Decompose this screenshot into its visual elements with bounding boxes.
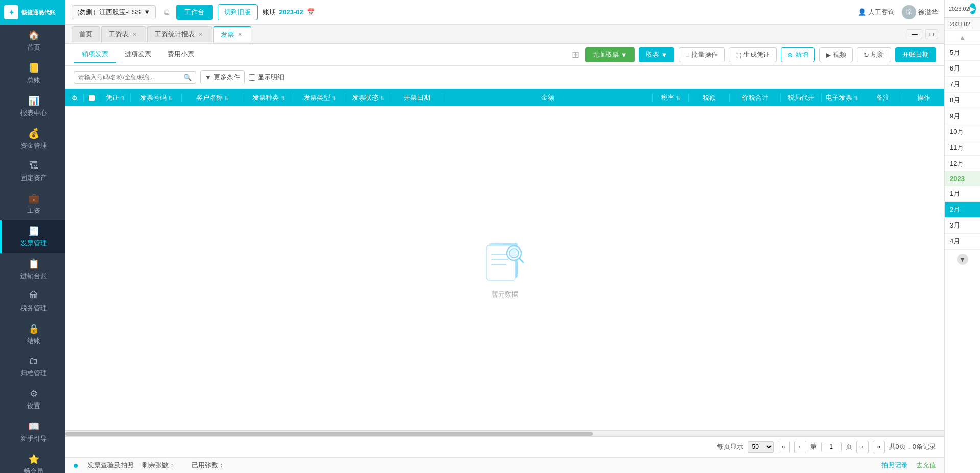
search-input[interactable] xyxy=(78,74,181,81)
filter-icon: ▼ xyxy=(205,74,212,81)
sidebar-item-guide[interactable]: 📖 新手引导 xyxy=(0,416,65,448)
horizontal-scrollbar[interactable] xyxy=(65,430,944,436)
sort-customer-icon[interactable]: ⇅ xyxy=(224,95,228,101)
sidebar-item-reports[interactable]: 📊 报表中心 xyxy=(0,90,65,123)
per-page-select[interactable]: 50 10 20 100 xyxy=(748,441,774,453)
sidebar-item-fixed-assets[interactable]: 🏗 固定资产 xyxy=(0,155,65,188)
sidebar-item-member[interactable]: ⭐ 畅会员 xyxy=(0,448,65,473)
date-item-arrow-up[interactable]: ▲ xyxy=(945,31,980,45)
first-page-button[interactable]: « xyxy=(778,441,790,453)
take-ticket-button[interactable]: 取票 ▼ xyxy=(639,47,675,62)
date-panel-collapse-icon[interactable]: ▶ xyxy=(969,3,976,14)
sort-invoice-type-icon[interactable]: ⇅ xyxy=(281,95,285,101)
sort-voucher-icon[interactable]: ⇅ xyxy=(121,95,125,101)
copy-icon[interactable]: ⧉ xyxy=(161,7,171,17)
sort-invoice-category-icon[interactable]: ⇅ xyxy=(332,95,336,101)
sidebar-item-invoice-mgmt[interactable]: 🧾 发票管理 xyxy=(0,220,65,253)
purchase-link[interactable]: 去充值 xyxy=(916,461,936,470)
sidebar-item-home[interactable]: 🏠 首页 xyxy=(0,25,65,57)
take-ticket-arrow-icon: ▼ xyxy=(661,51,668,59)
refresh-icon: ↻ xyxy=(864,51,869,59)
company-selector[interactable]: (勿删）江西股宝-LSS ▼ xyxy=(72,5,156,19)
tab-payroll-sheet-close[interactable]: ✕ xyxy=(131,31,138,38)
date-item-2023-1[interactable]: 1月 xyxy=(945,186,980,202)
sidebar-item-sales-ledger[interactable]: 📋 进销台账 xyxy=(0,253,65,286)
prev-page-button[interactable]: ‹ xyxy=(794,441,806,453)
gen-voucher-button[interactable]: ⬚ 生成凭证 xyxy=(729,47,777,62)
tab-payroll-stats-close[interactable]: ✕ xyxy=(197,31,204,38)
tab-payroll-sheet-label: 工资表 xyxy=(109,30,129,39)
date-item-2022-10[interactable]: 10月 xyxy=(945,124,980,140)
tab-payroll-sheet[interactable]: 工资表 ✕ xyxy=(101,26,146,42)
sidebar-item-tax-mgmt[interactable]: 🏛 税务管理 xyxy=(0,286,65,318)
date-item-2022-12[interactable]: 12月 xyxy=(945,156,980,172)
date-item-2022-7[interactable]: 7月 xyxy=(945,77,980,93)
sidebar-item-closing[interactable]: 🔒 结账 xyxy=(0,318,65,351)
date-item-2023-4[interactable]: 4月 xyxy=(945,234,980,250)
th-settings[interactable]: ⚙ xyxy=(65,94,84,102)
more-filter-button[interactable]: ▼ 更多条件 xyxy=(200,70,245,84)
search-box[interactable]: 🔍 xyxy=(74,71,196,84)
sidebar-item-settings[interactable]: ⚙ 设置 xyxy=(0,383,65,416)
date-item-2022-5[interactable]: 5月 xyxy=(945,45,980,61)
per-page-label: 每页显示 xyxy=(717,442,743,452)
sidebar-item-archive[interactable]: 🗂 归档管理 xyxy=(0,351,65,383)
date-panel-expand-icon[interactable]: ▼ xyxy=(957,254,968,265)
next-page-button[interactable]: › xyxy=(856,441,869,453)
avatar: 徐 xyxy=(902,5,916,19)
maximize-button[interactable]: □ xyxy=(925,29,938,39)
subtab-purchase-invoice[interactable]: 进项发票 xyxy=(116,47,159,63)
minimize-button[interactable]: — xyxy=(907,29,922,39)
tab-home[interactable]: 首页 xyxy=(72,26,100,42)
subtab-expense-receipt[interactable]: 费用小票 xyxy=(159,47,202,63)
th-e-invoice-label: 电子发票 xyxy=(826,93,852,102)
open-period-button[interactable]: 开账日期 xyxy=(895,47,936,62)
remaining-label: 剩余张数： xyxy=(142,461,175,470)
no-deduction-arrow-icon: ▼ xyxy=(621,51,627,59)
subtab-right-actions: ⊞ 无血取票 ▼ 取票 ▼ ≡ 批量操作 ⬚ 生成凭证 ⊕ xyxy=(571,44,936,65)
subtab-sales-invoice[interactable]: 销项发票 xyxy=(74,47,116,63)
grid-view-icon[interactable]: ⊞ xyxy=(571,50,581,60)
old-version-button[interactable]: 切到旧版 xyxy=(218,4,258,20)
sort-invoice-no-icon[interactable]: ⇅ xyxy=(168,95,172,101)
video-button[interactable]: ▶ 视频 xyxy=(819,47,853,62)
new-button[interactable]: ⊕ 新增 xyxy=(781,47,815,62)
sidebar-item-ledger[interactable]: 📒 总账 xyxy=(0,57,65,90)
show-detail-checkbox[interactable] xyxy=(249,74,255,81)
sort-e-invoice-icon[interactable]: ⇅ xyxy=(854,95,858,101)
tab-invoice-close[interactable]: ✕ xyxy=(236,31,244,38)
recharge-link[interactable]: 拍照记录 xyxy=(881,461,908,470)
user-profile[interactable]: 徐 徐溢华 xyxy=(902,5,938,19)
workbench-button[interactable]: 工作台 xyxy=(176,5,213,20)
show-detail-toggle[interactable]: 显示明细 xyxy=(249,73,284,82)
tab-payroll-stats[interactable]: 工资统计报表 ✕ xyxy=(147,26,212,42)
period-calendar-icon[interactable]: 📅 xyxy=(307,8,315,16)
sidebar-item-payroll[interactable]: 💼 工资 xyxy=(0,188,65,220)
date-item-2022-9[interactable]: 9月 xyxy=(945,108,980,124)
no-deduction-button[interactable]: 无血取票 ▼ xyxy=(585,47,635,62)
date-item-2022-11[interactable]: 11月 xyxy=(945,140,980,156)
sort-tax-rate-icon[interactable]: ⇅ xyxy=(676,95,680,101)
search-icon[interactable]: 🔍 xyxy=(183,74,192,81)
refresh-button[interactable]: ↻ 刷新 xyxy=(857,47,891,62)
page-number-input[interactable] xyxy=(821,442,842,452)
scrollbar-thumb[interactable] xyxy=(65,432,593,436)
sidebar-item-assets-mgmt[interactable]: 💰 资金管理 xyxy=(0,123,65,155)
select-all-checkbox[interactable] xyxy=(88,95,95,101)
support-button[interactable]: 👤 人工客询 xyxy=(858,8,895,17)
bottom-bar: 发票查验及拍照 剩余张数： 已用张数： 拍照记录 去充值 xyxy=(65,457,944,473)
last-page-button[interactable]: » xyxy=(873,441,885,453)
assets-icon: 💰 xyxy=(28,128,39,139)
video-label: 视频 xyxy=(833,50,846,59)
sort-invoice-status-icon[interactable]: ⇅ xyxy=(380,95,384,101)
date-item-2022-8[interactable]: 8月 xyxy=(945,93,980,108)
batch-op-button[interactable]: ≡ 批量操作 xyxy=(679,47,725,62)
date-item-2023-3[interactable]: 3月 xyxy=(945,218,980,234)
date-item-2023-02-sub[interactable]: 2023.02 xyxy=(945,18,980,31)
th-tax-code-label: 税局代开 xyxy=(788,93,814,102)
tab-invoice[interactable]: 发票 ✕ xyxy=(213,26,251,42)
date-item-2023-2[interactable]: 2月 xyxy=(945,202,980,218)
batch-op-label: 批量操作 xyxy=(691,50,718,59)
th-checkbox[interactable] xyxy=(84,95,100,101)
date-item-2022-6[interactable]: 6月 xyxy=(945,61,980,77)
